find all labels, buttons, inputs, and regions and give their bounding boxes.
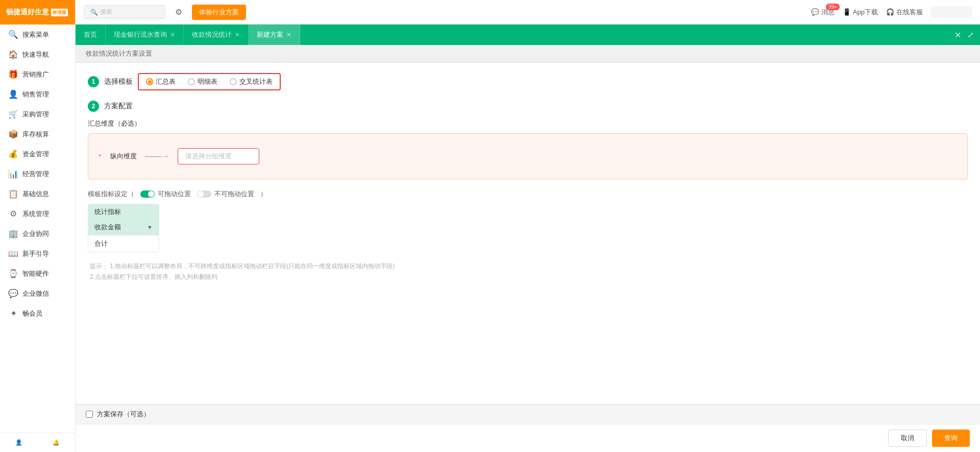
logo-badge: 标准版 bbox=[51, 9, 68, 16]
message-button[interactable]: 💬 消息 99+ bbox=[811, 8, 835, 17]
search-placeholder: 搜索 bbox=[100, 8, 112, 16]
home-icon: 🏠 bbox=[8, 50, 18, 59]
tip-2: 2.点击标题栏下拉可设置排序、插入列和删除列 bbox=[90, 273, 968, 281]
sidebar-item-label: 快速导航 bbox=[22, 50, 49, 59]
user-icon: 👤 bbox=[8, 89, 18, 99]
radio-summary[interactable]: 汇总表 bbox=[146, 77, 176, 86]
sidebar-item-search-menu[interactable]: 🔍 搜索菜单 bbox=[0, 25, 75, 44]
sidebar-item-quick-nav[interactable]: 🏠 快速导航 bbox=[0, 44, 75, 64]
tab-stats-label: 收款情况统计 bbox=[192, 30, 232, 39]
tab-new-plan-close-icon[interactable]: ✕ bbox=[286, 31, 291, 38]
radio-detail-label: 明细表 bbox=[198, 77, 217, 86]
tab-home[interactable]: 首页 bbox=[76, 25, 106, 45]
cart-icon: 🛒 bbox=[8, 109, 18, 119]
sidebar-item-operation[interactable]: 📊 经营管理 bbox=[0, 164, 75, 184]
tab-bank-close-icon[interactable]: ✕ bbox=[170, 31, 175, 38]
template-radio-group: 汇总表 明细表 交叉统计表 bbox=[138, 73, 281, 90]
industry-btn[interactable]: 体验行业方案 bbox=[192, 5, 246, 20]
step1-section: 1 选择模板 汇总表 明细表 bbox=[88, 73, 968, 90]
tips-section: 提示： 1.拖动标题栏可以调整布局，不可跨维度或指标区域拖动栏目字段(只能在同一… bbox=[88, 262, 968, 281]
indicator-toolbar: 模板指标设定（ 可拖动位置 不可拖动位置 bbox=[88, 189, 968, 199]
sidebar-bottom-notify[interactable]: 🔔 bbox=[51, 437, 62, 448]
sidebar-item-label: 搜索菜单 bbox=[22, 30, 49, 39]
non-draggable-label: 不可拖动位置 bbox=[214, 189, 254, 199]
cancel-button[interactable]: 取消 bbox=[888, 430, 927, 447]
step2-header: 2 方案配置 bbox=[88, 101, 968, 112]
breadcrumb: 收款情况统计方案设置 bbox=[76, 45, 980, 63]
tip-1: 提示： 1.拖动标题栏可以调整布局，不可跨维度或指标区域拖动栏目字段(只能在同一… bbox=[90, 262, 968, 271]
sidebar-item-purchase[interactable]: 🛒 采购管理 bbox=[0, 104, 75, 124]
gift-icon: 🎁 bbox=[8, 69, 18, 79]
tab-stats[interactable]: 收款情况统计 ✕ bbox=[184, 25, 249, 45]
sidebar-item-wechat[interactable]: 💬 企业微信 bbox=[0, 283, 75, 303]
support-button[interactable]: 🎧 在线客服 bbox=[886, 8, 923, 17]
indicator-section: 模板指标设定（ 可拖动位置 不可拖动位置 bbox=[88, 189, 968, 254]
download-button[interactable]: 📱 App下载 bbox=[843, 8, 878, 17]
save-checkbox[interactable] bbox=[86, 411, 93, 418]
tab-new-plan[interactable]: 新建方案 ✕ bbox=[249, 25, 300, 45]
clipboard-icon: 📋 bbox=[8, 189, 18, 199]
money-icon: 💰 bbox=[8, 149, 18, 159]
tab-stats-close-icon[interactable]: ✕ bbox=[235, 31, 240, 38]
sidebar-item-finance[interactable]: 💰 资金管理 bbox=[0, 144, 75, 164]
draggable-toggle[interactable]: 可拖动位置 bbox=[140, 189, 191, 199]
draggable-toggle-box bbox=[140, 191, 155, 198]
user-avatar[interactable] bbox=[931, 7, 972, 18]
sidebar: 畅捷通好生意 标准版 🔍 搜索菜单 🏠 快速导航 🎁 营销推广 👤 销售管理 🛒… bbox=[0, 0, 76, 452]
step2-title: 方案配置 bbox=[104, 102, 133, 111]
settings-button[interactable]: ⚙ bbox=[172, 5, 186, 19]
tab-expand-icon[interactable]: ⤢ bbox=[967, 30, 974, 40]
sidebar-item-label: 营销推广 bbox=[22, 70, 49, 79]
page-footer: 方案保存（可选） bbox=[76, 404, 980, 424]
sidebar-item-smart-hw[interactable]: ⌚ 智能硬件 bbox=[0, 264, 75, 283]
sidebar-item-label: 采购管理 bbox=[22, 110, 49, 119]
required-star: * bbox=[99, 153, 101, 160]
sidebar-item-basic-info[interactable]: 📋 基础信息 bbox=[0, 184, 75, 204]
step1-num: 1 bbox=[88, 76, 99, 87]
support-icon: 🎧 bbox=[886, 8, 894, 16]
sidebar-bottom-user[interactable]: 👤 bbox=[13, 437, 24, 448]
dimension-select[interactable]: 请选择分组维度 bbox=[178, 148, 259, 164]
chart-icon: 📊 bbox=[8, 169, 18, 179]
total-cell: 合计 bbox=[88, 235, 159, 252]
radio-cross[interactable]: 交叉统计表 bbox=[230, 77, 273, 86]
radio-detail[interactable]: 明细表 bbox=[188, 77, 217, 86]
amount-label: 收款金额 bbox=[94, 223, 121, 232]
sidebar-item-guide[interactable]: 📖 新手引导 bbox=[0, 244, 75, 264]
non-draggable-toggle-box bbox=[197, 191, 211, 198]
topbar-right: 💬 消息 99+ 📱 App下载 🎧 在线客服 bbox=[811, 7, 972, 18]
support-label: 在线客服 bbox=[896, 8, 923, 17]
stats-indicator-header: 统计指标 bbox=[88, 204, 159, 220]
search-input[interactable]: 🔍 搜索 bbox=[84, 5, 165, 19]
dimension-section-label: 汇总维度（必选） bbox=[88, 119, 968, 128]
sidebar-item-marketing[interactable]: 🎁 营销推广 bbox=[0, 64, 75, 84]
non-draggable-toggle[interactable]: 不可拖动位置 bbox=[197, 189, 254, 199]
tab-close-icon[interactable]: ✕ bbox=[954, 30, 961, 40]
sidebar-item-label: 基础信息 bbox=[22, 189, 49, 199]
star-icon: ✦ bbox=[8, 308, 18, 318]
indicator-title: 模板指标设定（ bbox=[88, 189, 134, 199]
main-content: 🔍 搜索 ⚙ 体验行业方案 💬 消息 99+ 📱 App下载 🎧 在线客服 bbox=[76, 0, 980, 452]
dimension-area: * 纵向维度 ——→ 请选择分组维度 bbox=[88, 133, 968, 179]
search-icon: 🔍 bbox=[90, 9, 98, 16]
vertical-dim-label: 纵向维度 bbox=[110, 152, 137, 161]
save-label: 方案保存（可选） bbox=[97, 410, 150, 419]
bottom-notify-icon: 🔔 bbox=[53, 439, 60, 446]
sidebar-item-system[interactable]: ⚙ 系统管理 bbox=[0, 204, 75, 224]
sidebar-item-enterprise[interactable]: 🏢 企业协同 bbox=[0, 224, 75, 244]
step1-header: 1 选择模板 汇总表 明细表 bbox=[88, 73, 968, 90]
radio-summary-circle bbox=[146, 78, 153, 85]
tab-home-label: 首页 bbox=[84, 30, 97, 39]
sidebar-item-inventory[interactable]: 📦 库存核算 bbox=[0, 124, 75, 144]
query-button[interactable]: 查询 bbox=[932, 430, 970, 447]
download-label: App下载 bbox=[853, 8, 878, 17]
sidebar-item-label: 销售管理 bbox=[22, 90, 49, 99]
sidebar-item-member[interactable]: ✦ 畅会员 bbox=[0, 303, 75, 323]
step2-num: 2 bbox=[88, 101, 99, 112]
breadcrumb-text: 收款情况统计方案设置 bbox=[86, 50, 152, 57]
sidebar-item-sales[interactable]: 👤 销售管理 bbox=[0, 84, 75, 104]
tab-bank[interactable]: 现金银行流水查询 ✕ bbox=[106, 25, 184, 45]
tabbar: 首页 现金银行流水查询 ✕ 收款情况统计 ✕ 新建方案 ✕ ✕ ⤢ bbox=[76, 25, 980, 45]
amount-header[interactable]: 收款金额 ▼ bbox=[88, 220, 159, 235]
step1-title: 选择模板 bbox=[104, 77, 133, 86]
